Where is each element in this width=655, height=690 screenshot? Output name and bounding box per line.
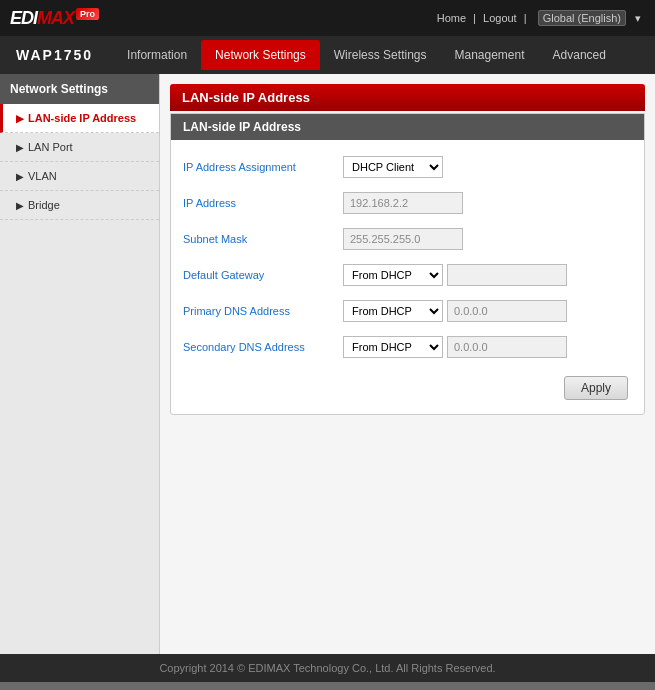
card: LAN-side IP Address IP Address Assignmen…	[170, 113, 645, 415]
tab-information[interactable]: Information	[113, 40, 201, 70]
subnet-mask-row: Subnet Mask	[183, 226, 632, 252]
footer: Copyright 2014 © EDIMAX Technology Co., …	[0, 654, 655, 682]
arrow-icon: ▶	[16, 113, 24, 124]
secondary-dns-select[interactable]: From DHCP Manual	[343, 336, 443, 358]
default-gateway-row: Default Gateway From DHCP Manual	[183, 262, 632, 288]
sidebar-item-label: LAN Port	[28, 141, 73, 153]
ip-assignment-select[interactable]: DHCP Client Static IP	[343, 156, 443, 178]
home-link[interactable]: Home	[437, 12, 466, 24]
header: EDIMAX Pro Home | Logout | Global (Engli…	[0, 0, 655, 36]
logo-edi: EDI	[10, 8, 37, 28]
chevron-down-icon: ▾	[635, 12, 641, 24]
sidebar-item-label: VLAN	[28, 170, 57, 182]
sidebar-title: Network Settings	[0, 74, 159, 104]
arrow-icon: ▶	[16, 171, 24, 182]
primary-dns-control: From DHCP Manual	[343, 300, 567, 322]
default-gateway-label: Default Gateway	[183, 269, 343, 281]
sidebar-item-vlan[interactable]: ▶ VLAN	[0, 162, 159, 191]
logo-max: MAX	[37, 8, 74, 28]
primary-dns-input[interactable]	[447, 300, 567, 322]
model-bar: WAP1750 Information Network Settings Wir…	[0, 36, 655, 74]
primary-dns-row: Primary DNS Address From DHCP Manual	[183, 298, 632, 324]
arrow-icon: ▶	[16, 200, 24, 211]
logo: EDIMAX	[10, 8, 74, 29]
default-gateway-control: From DHCP Manual	[343, 264, 567, 286]
model-name: WAP1750	[16, 47, 93, 63]
secondary-dns-input[interactable]	[447, 336, 567, 358]
sidebar-item-bridge[interactable]: ▶ Bridge	[0, 191, 159, 220]
tab-management[interactable]: Management	[440, 40, 538, 70]
content-area: LAN-side IP Address LAN-side IP Address …	[160, 74, 655, 654]
apply-row: Apply	[183, 376, 632, 400]
secondary-dns-label: Secondary DNS Address	[183, 341, 343, 353]
tab-network-settings[interactable]: Network Settings	[201, 40, 320, 70]
ip-assignment-row: IP Address Assignment DHCP Client Static…	[183, 154, 632, 180]
logout-link[interactable]: Logout	[483, 12, 517, 24]
subnet-mask-label: Subnet Mask	[183, 233, 343, 245]
sidebar-item-label: LAN-side IP Address	[28, 112, 136, 124]
nav-tabs: Information Network Settings Wireless Se…	[113, 40, 639, 70]
ip-address-control	[343, 192, 463, 214]
secondary-dns-control: From DHCP Manual	[343, 336, 567, 358]
tab-advanced[interactable]: Advanced	[539, 40, 620, 70]
ip-address-label: IP Address	[183, 197, 343, 209]
sidebar: Network Settings ▶ LAN-side IP Address ▶…	[0, 74, 160, 654]
language-selector[interactable]: Global (English)	[538, 10, 626, 26]
card-title: LAN-side IP Address	[171, 114, 644, 140]
default-gateway-select[interactable]: From DHCP Manual	[343, 264, 443, 286]
page-title: LAN-side IP Address	[170, 84, 645, 111]
card-body: IP Address Assignment DHCP Client Static…	[171, 140, 644, 414]
ip-address-input[interactable]	[343, 192, 463, 214]
sidebar-item-lan-port[interactable]: ▶ LAN Port	[0, 133, 159, 162]
tab-wireless-settings[interactable]: Wireless Settings	[320, 40, 441, 70]
default-gateway-input[interactable]	[447, 264, 567, 286]
primary-dns-label: Primary DNS Address	[183, 305, 343, 317]
sidebar-item-lan-side-ip[interactable]: ▶ LAN-side IP Address	[0, 104, 159, 133]
arrow-icon: ▶	[16, 142, 24, 153]
apply-button[interactable]: Apply	[564, 376, 628, 400]
primary-dns-select[interactable]: From DHCP Manual	[343, 300, 443, 322]
ip-assignment-control: DHCP Client Static IP	[343, 156, 443, 178]
subnet-mask-input[interactable]	[343, 228, 463, 250]
ip-address-row: IP Address	[183, 190, 632, 216]
logo-area: EDIMAX Pro	[10, 8, 99, 29]
logo-pro: Pro	[76, 8, 99, 20]
main-layout: Network Settings ▶ LAN-side IP Address ▶…	[0, 74, 655, 654]
ip-assignment-label: IP Address Assignment	[183, 161, 343, 173]
header-links: Home | Logout | Global (English) ▾	[437, 10, 645, 26]
footer-text: Copyright 2014 © EDIMAX Technology Co., …	[159, 662, 495, 674]
sidebar-item-label: Bridge	[28, 199, 60, 211]
secondary-dns-row: Secondary DNS Address From DHCP Manual	[183, 334, 632, 360]
subnet-mask-control	[343, 228, 463, 250]
